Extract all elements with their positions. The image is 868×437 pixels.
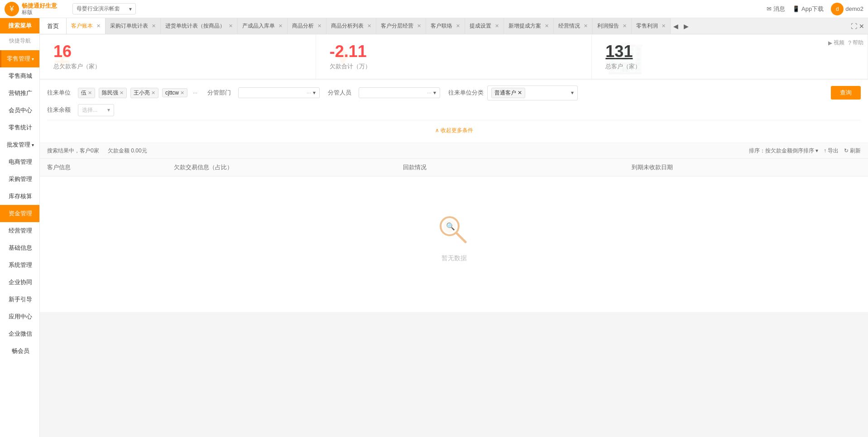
- sidebar-item-purchase[interactable]: 采购管理: [0, 171, 39, 188]
- tab-purchase-order-stats[interactable]: 采购订单统计表 ✕: [106, 18, 161, 34]
- sidebar-item-wholesale[interactable]: 批发管理 ▾: [0, 136, 39, 153]
- tab-close-icon[interactable]: ✕: [456, 23, 460, 29]
- tab-close-icon[interactable]: ✕: [317, 23, 321, 29]
- sidebar-item-retail-stats[interactable]: 零售统计: [0, 119, 39, 136]
- sidebar-item-retail[interactable]: 零售管理 ▾: [0, 50, 39, 67]
- logo-icon: ¥: [5, 2, 19, 16]
- tab-next-button[interactable]: ▶: [681, 18, 691, 34]
- tab-new-commission[interactable]: 新增提成方案 ✕: [504, 18, 554, 34]
- remove-tag-0[interactable]: ✕: [88, 90, 92, 96]
- tab-customer-account[interactable]: 客户账本 ✕: [67, 18, 106, 34]
- quick-nav[interactable]: 快捷导航: [0, 33, 39, 48]
- more-tags-button[interactable]: ···: [191, 89, 199, 97]
- tab-product-analysis-list[interactable]: 商品分析列表 ✕: [326, 18, 376, 34]
- unit-tag-3[interactable]: cjttcw ✕: [162, 88, 187, 97]
- tab-customer-tier[interactable]: 客户分层经营 ✕: [376, 18, 426, 34]
- stat-total-customers: 🏢 131 总客户（家）: [592, 34, 868, 79]
- tab-product-analysis[interactable]: 商品分析 ✕: [288, 18, 326, 34]
- type-chevron-icon: ▾: [571, 90, 574, 96]
- col-overdue-info: 欠款交易信息（占比）: [174, 163, 403, 171]
- tab-home[interactable]: 首页: [40, 18, 67, 34]
- tab-retail-profit[interactable]: 零售利润 ✕: [632, 18, 671, 34]
- logo-text: 畅捷通好生意 标版: [22, 2, 57, 16]
- sidebar-item-enterprise-wechat[interactable]: 企业微信: [0, 325, 39, 342]
- tab-close-icon[interactable]: ✕: [152, 23, 156, 29]
- unit-tag-1[interactable]: 陈民强 ✕: [99, 88, 127, 98]
- customer-type-tag[interactable]: 普通客户 ✕: [491, 88, 525, 98]
- tab-close-icon[interactable]: ✕: [367, 23, 371, 29]
- sidebar-item-retail-mall[interactable]: 零售商城: [0, 67, 39, 85]
- tab-close-icon[interactable]: ✕: [623, 23, 627, 29]
- sidebar-item-apps[interactable]: 应用中心: [0, 308, 39, 325]
- tab-close-icon[interactable]: ✕: [229, 23, 233, 29]
- tab-close-icon[interactable]: ✕: [417, 23, 421, 29]
- query-button[interactable]: 查询: [831, 86, 861, 100]
- tab-expand-button[interactable]: ⛶ ✕: [847, 18, 868, 34]
- chevron-down-icon: ▾: [129, 6, 132, 12]
- stat-total-overdue-customers: ¥ 16 总欠款客户（家）: [40, 34, 316, 79]
- sidebar-item-collab[interactable]: 企业协同: [0, 274, 39, 291]
- tab-prev-button[interactable]: ◀: [671, 18, 681, 34]
- store-selector[interactable]: 母婴行业演示帐套 ▾: [72, 3, 136, 14]
- dept-select[interactable]: ··· ▾: [238, 87, 320, 98]
- avatar: d: [831, 3, 844, 15]
- col-due-date: 到期未收款日期: [632, 163, 861, 171]
- tab-operations[interactable]: 经营情况 ✕: [554, 18, 593, 34]
- dept-label: 分管部门: [207, 89, 235, 97]
- sidebar-item-operations[interactable]: 经营管理: [0, 222, 39, 239]
- collapse-button[interactable]: ∧ 收起更多条件: [430, 124, 479, 137]
- sidebar-item-newbie[interactable]: 新手引导: [0, 291, 39, 308]
- top-header: ¥ 畅捷通好生意 标版 母婴行业演示帐套 ▾ ✉ 消息 📱 App下载 d de…: [0, 0, 868, 18]
- sidebar-item-marketing[interactable]: 营销推广: [0, 85, 39, 102]
- tab-close-icon[interactable]: ✕: [495, 23, 499, 29]
- tab-customer-contact[interactable]: 客户联络 ✕: [426, 18, 465, 34]
- sidebar-search[interactable]: 搜索菜单: [0, 18, 39, 33]
- tab-profit-report[interactable]: 利润报告 ✕: [593, 18, 632, 34]
- sidebar-item-finance[interactable]: 资金管理: [0, 205, 39, 222]
- refresh-button[interactable]: ↻ 刷新: [844, 147, 861, 155]
- stat-overdue-amount: ✦ -2.11 欠款合计（万）: [316, 34, 592, 79]
- person-chevron-icon: ▾: [433, 90, 436, 96]
- video-button[interactable]: ▶ 视频: [828, 39, 844, 47]
- tab-commission-settings[interactable]: 提成设置 ✕: [465, 18, 504, 34]
- help-button[interactable]: ? 帮助: [848, 39, 863, 47]
- tab-production-inbound[interactable]: 产成品入库单 ✕: [238, 18, 288, 34]
- remove-tag-3[interactable]: ✕: [180, 90, 184, 96]
- remove-type-tag[interactable]: ✕: [518, 90, 522, 96]
- app-download-button[interactable]: 📱 App下载: [792, 5, 824, 13]
- filter-row-2: 往来余额 选择... ▾: [47, 104, 861, 116]
- help-icon: ?: [848, 40, 851, 46]
- amount-select[interactable]: 选择... ▾: [78, 104, 114, 116]
- tab-close-icon[interactable]: ✕: [584, 23, 588, 29]
- dept-dots-icon: ···: [307, 90, 311, 96]
- table-header: 客户信息 欠款交易信息（占比） 回款情况 到期未收款日期: [40, 159, 868, 176]
- message-button[interactable]: ✉ 消息: [767, 5, 785, 13]
- person-select[interactable]: ··· ▾: [359, 87, 440, 98]
- unit-tag-2[interactable]: 王小亮 ✕: [130, 88, 158, 98]
- sidebar-item-system[interactable]: 系统管理: [0, 256, 39, 274]
- sidebar-item-basic-info[interactable]: 基础信息: [0, 239, 39, 256]
- remove-tag-2[interactable]: ✕: [151, 90, 155, 96]
- table-section: 客户信息 欠款交易信息（占比） 回款情况 到期未收款日期 🔍: [40, 159, 868, 312]
- sidebar-item-changhui[interactable]: 畅会员: [0, 342, 39, 360]
- sidebar-item-member[interactable]: 会员中心: [0, 102, 39, 119]
- sort-button[interactable]: 排序：按欠款金额倒序排序 ▾: [749, 147, 818, 155]
- table-body: 🔍 暂无数据: [40, 176, 868, 312]
- sort-icon: ▾: [815, 147, 818, 154]
- tab-close-icon[interactable]: ✕: [545, 23, 549, 29]
- chevron-icon: ▾: [32, 142, 34, 147]
- result-info: 搜索结果中，客户0家 欠款金额 0.00元: [47, 147, 147, 155]
- play-icon: ▶: [828, 40, 832, 46]
- tab-inbound-stats[interactable]: 进货单统计表（按商品） ✕: [161, 18, 238, 34]
- sidebar-item-ecommerce[interactable]: 电商管理: [0, 153, 39, 171]
- unit-type-select[interactable]: 普通客户 ✕ ▾: [487, 86, 578, 100]
- unit-tag-0[interactable]: 伍 ✕: [78, 88, 95, 98]
- export-button[interactable]: ↑ 导出: [824, 147, 839, 155]
- sidebar-item-inventory[interactable]: 库存核算: [0, 188, 39, 205]
- tab-close-icon[interactable]: ✕: [662, 23, 666, 29]
- user-menu[interactable]: d demo2: [831, 3, 863, 15]
- tab-close-icon[interactable]: ✕: [96, 23, 101, 29]
- tab-close-icon[interactable]: ✕: [278, 23, 283, 29]
- video-help-area: ▶ 视频 ? 帮助: [828, 39, 863, 47]
- remove-tag-1[interactable]: ✕: [120, 90, 124, 96]
